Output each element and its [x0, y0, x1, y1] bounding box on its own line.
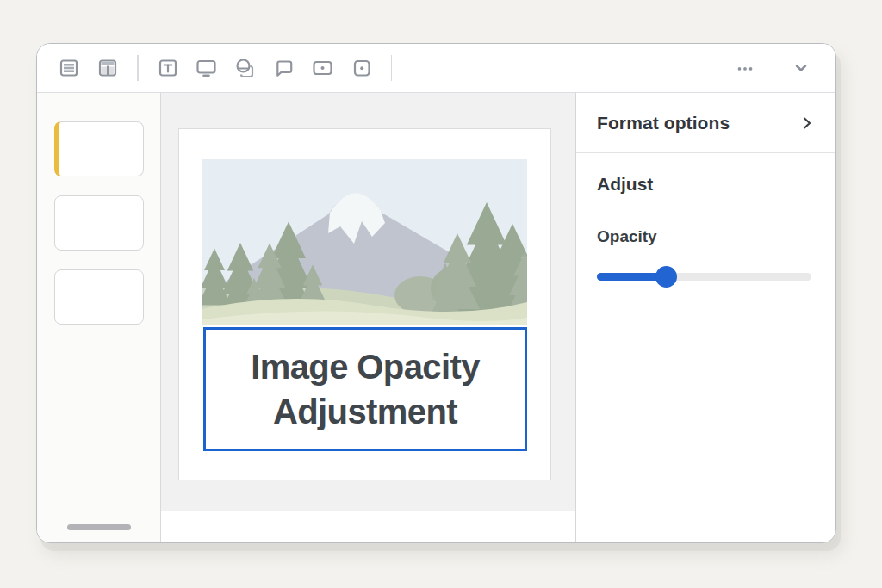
slide-canvas[interactable]: Image Opacity Adjustment [161, 93, 575, 511]
slides-editor-window: Image Opacity Adjustment Format options … [36, 43, 836, 543]
textbox-icon[interactable] [156, 56, 180, 80]
toolbar-right-group [733, 55, 814, 81]
image-wide-icon[interactable] [311, 56, 335, 80]
opacity-slider-thumb[interactable] [655, 266, 677, 288]
opacity-slider[interactable] [597, 266, 811, 288]
slide-thumbnail-3[interactable] [54, 269, 144, 325]
main-area: Image Opacity Adjustment Format options … [37, 93, 835, 542]
format-options-header[interactable]: Format options [576, 93, 835, 153]
canvas-footer [161, 511, 575, 542]
format-options-label: Format options [597, 113, 730, 133]
image-square-icon[interactable] [350, 56, 374, 80]
chevron-down-icon[interactable] [789, 56, 813, 80]
chevron-right-icon [799, 114, 815, 133]
shapes-icon[interactable] [233, 56, 258, 80]
toolbar-separator [137, 55, 139, 81]
monitor-icon[interactable] [195, 56, 219, 80]
more-options-icon[interactable] [733, 56, 757, 80]
thumbnail-list [37, 93, 160, 511]
toolbar-separator [773, 55, 774, 81]
slide[interactable]: Image Opacity Adjustment [178, 128, 551, 480]
adjust-section-label: Adjust [597, 174, 811, 195]
slide-thumbnail-1[interactable] [54, 121, 144, 176]
mountain-landscape-image[interactable] [202, 159, 527, 325]
canvas-column: Image Opacity Adjustment [161, 93, 575, 542]
slide-filmstrip [37, 93, 161, 542]
format-options-panel: Format options Adjust Opacity [575, 93, 835, 542]
slide-title-text: Image Opacity Adjustment [216, 344, 514, 434]
filmstrip-footer [37, 511, 160, 542]
rows-icon[interactable] [57, 56, 81, 80]
toolbar-separator [391, 55, 393, 81]
scroll-handle[interactable] [67, 524, 131, 530]
layout-icon[interactable] [96, 56, 120, 80]
comment-icon[interactable] [272, 56, 296, 80]
opacity-label: Opacity [597, 227, 811, 246]
panel-body: Adjust Opacity [576, 174, 835, 288]
slide-thumbnail-2[interactable] [54, 195, 144, 251]
toolbar [37, 44, 835, 93]
slide-text-box[interactable]: Image Opacity Adjustment [203, 327, 527, 451]
